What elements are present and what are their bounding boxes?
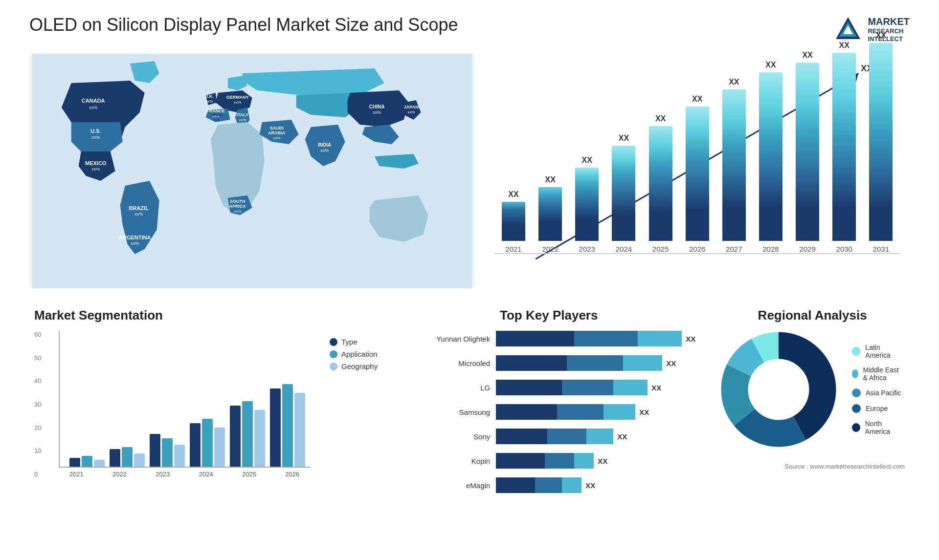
segmentation-title: Market Segmentation	[34, 308, 378, 323]
legend-item-type: Type	[330, 338, 378, 346]
top-section: CANADA xx% U.S. xx% MEXICO xx% BRAZIL xx…	[29, 54, 910, 288]
seg-bar-group-2024	[190, 419, 225, 467]
map-label-italy: ITALY	[236, 112, 248, 117]
bar-group-2029: XX 2029	[794, 51, 822, 253]
bar-group-2027: XX 2027	[720, 78, 748, 253]
svg-text:xx%: xx%	[91, 167, 100, 172]
bar-group-2031: XX 2031	[867, 31, 895, 253]
bar-group-2030: XX 2030	[830, 41, 858, 253]
map-label-us: U.S.	[90, 128, 101, 134]
seg-bar-group-2022	[110, 447, 145, 467]
seg-bar-group-2021	[69, 456, 105, 467]
bar-group-2023: XX 2023	[573, 156, 601, 253]
bar-chart-container: XX XX 2021 XX 2022 XX	[485, 54, 910, 288]
page-title: OLED on Silicon Display Panel Market Siz…	[29, 15, 458, 35]
map-label-brazil: BRAZIL	[129, 205, 149, 211]
bar-group-2026: XX 2026	[683, 95, 711, 253]
reg-legend-latin-america: Latin America	[852, 344, 905, 359]
svg-text:xx%: xx%	[214, 118, 220, 122]
players-section: Top Key Players Yunnan Olightek XX Micro…	[397, 303, 700, 508]
bar-group-2025: XX 2025	[647, 114, 674, 253]
reg-legend-middle-east: Middle East & Africa	[852, 366, 905, 382]
reg-legend-asia-pacific: Asia Pacific	[852, 388, 905, 397]
svg-text:xx%: xx%	[89, 105, 97, 110]
seg-legend: Type Application Geography	[330, 338, 378, 478]
bar-chart-area: XX 2021 XX 2022 XX 2023	[494, 64, 900, 254]
map-label-argentina: ARGENTINA	[119, 235, 151, 240]
svg-text:xx%: xx%	[205, 99, 213, 104]
regional-section: Regional Analysis	[715, 303, 910, 508]
svg-text:xx%: xx%	[131, 241, 139, 246]
svg-text:xx%: xx%	[234, 209, 241, 214]
seg-x-labels: 2021 2022 2023 2024 2025 2026	[59, 471, 310, 478]
svg-text:xx%: xx%	[320, 148, 329, 153]
map-label-germany: GERMANY	[226, 95, 249, 100]
bar-group-2028: XX 2028	[757, 61, 784, 253]
map-label-china: CHINA	[369, 104, 385, 109]
bottom-section: Market Segmentation 60 50 40 30 20 10 0	[29, 303, 910, 508]
donut-chart	[720, 331, 837, 448]
page-container: OLED on Silicon Display Panel Market Siz…	[0, 0, 939, 560]
player-row-kopin: Kopin XX	[402, 453, 695, 469]
reg-legend-europe: Europe	[852, 404, 905, 413]
map-label-canada: CANADA	[82, 98, 105, 104]
player-row-samsung: Samsung XX	[402, 404, 695, 420]
header: OLED on Silicon Display Panel Market Siz…	[29, 15, 910, 44]
map-label-japan: JAPAN	[404, 105, 419, 109]
seg-bar-group-2025	[230, 401, 265, 467]
bar-group-2022: XX 2022	[537, 175, 564, 253]
svg-text:xx%: xx%	[407, 110, 415, 114]
player-row-emagin: eMagin XX	[402, 477, 695, 493]
svg-text:xx%: xx%	[134, 212, 143, 216]
player-row-microoled: Microoled XX	[402, 355, 695, 371]
players-title: Top Key Players	[402, 308, 695, 323]
regional-legend: Latin America Middle East & Africa Asia …	[852, 344, 905, 435]
svg-text:AFRICA: AFRICA	[229, 204, 246, 209]
map-label-uk: U.K.	[205, 94, 214, 99]
seg-bar-group-2026	[270, 384, 305, 467]
player-row-lg: LG XX	[402, 380, 695, 395]
map-label-south-africa: SOUTH	[230, 199, 246, 204]
map-label-saudi: SAUDI	[270, 126, 284, 130]
svg-text:xx%: xx%	[234, 100, 241, 105]
svg-text:xx%: xx%	[91, 135, 100, 140]
svg-text:xx%: xx%	[373, 110, 381, 115]
player-row-yunnan: Yunnan Olightek XX	[402, 331, 695, 346]
legend-item-application: Application	[330, 350, 378, 358]
world-map: CANADA xx% U.S. xx% MEXICO xx% BRAZIL xx…	[29, 54, 475, 288]
seg-bar-group-2023	[150, 434, 185, 467]
svg-text:ARABIA: ARABIA	[268, 130, 285, 135]
legend-item-geography: Geography	[330, 362, 378, 370]
svg-text:SPAIN: SPAIN	[211, 113, 223, 117]
map-label-india: INDIA	[318, 142, 331, 148]
svg-text:xx%: xx%	[273, 136, 280, 140]
svg-point-30	[749, 360, 808, 419]
reg-legend-north-america: North America	[852, 420, 905, 435]
segmentation-section: Market Segmentation 60 50 40 30 20 10 0	[29, 303, 382, 508]
bar-group-2024: XX 2024	[610, 134, 638, 253]
bar-group-2021: XX 2021	[499, 190, 527, 253]
logo-icon	[833, 15, 863, 44]
regional-title: Regional Analysis	[720, 308, 905, 323]
player-row-sony: Sony XX	[402, 429, 695, 444]
svg-text:xx%: xx%	[239, 118, 246, 122]
seg-chart-area	[59, 331, 310, 468]
donut-and-legend: Latin America Middle East & Africa Asia …	[720, 331, 905, 448]
map-container: CANADA xx% U.S. xx% MEXICO xx% BRAZIL xx…	[29, 54, 475, 288]
map-label-mexico: MEXICO	[85, 160, 107, 166]
source-text: Source : www.marketresearchintellect.com	[720, 463, 905, 470]
